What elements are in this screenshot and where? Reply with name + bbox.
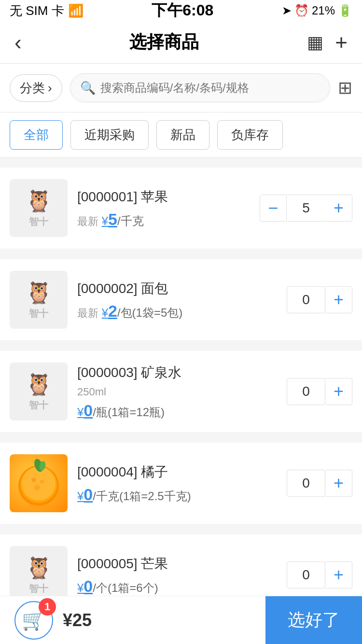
- cart-section: 🛒 1 ¥25: [0, 601, 265, 640]
- svg-point-3: [31, 477, 36, 482]
- tab-negative[interactable]: 负库存: [217, 120, 283, 150]
- qty-plus-button[interactable]: +: [325, 470, 352, 497]
- qty-plus-button[interactable]: +: [325, 561, 352, 588]
- qty-input[interactable]: [287, 286, 325, 313]
- tab-all[interactable]: 全部: [10, 120, 63, 150]
- price-unit: /千克(1箱=2.5千克): [93, 490, 191, 503]
- placeholder-logo: 🦉 智十: [26, 555, 52, 595]
- price-value: 2: [108, 302, 117, 320]
- qty-plus-button[interactable]: +: [325, 195, 352, 222]
- quantity-control: +: [287, 470, 352, 497]
- price-unit: /包(1袋=5包): [117, 306, 182, 319]
- cart-button[interactable]: 🛒 1: [14, 601, 53, 640]
- svg-point-2: [22, 467, 56, 501]
- product-thumbnail: 🦉 智十: [10, 179, 68, 237]
- category-chevron: ›: [48, 81, 52, 96]
- divider-top: [0, 158, 362, 168]
- product-price: ¥0/个(1箱=6个): [77, 577, 277, 596]
- cart-badge: 1: [39, 598, 56, 616]
- back-button[interactable]: ‹: [14, 30, 22, 55]
- list-item: 🦉 智十 [0000001] 苹果 最新 ¥5/千克 − +: [0, 168, 362, 249]
- product-info: [0000004] 橘子 ¥0/千克(1箱=2.5千克): [77, 463, 277, 504]
- price-value: 0: [84, 577, 93, 595]
- owl-icon: 🦉: [26, 188, 52, 213]
- quantity-control: − +: [260, 195, 352, 222]
- product-thumbnail: [10, 454, 68, 512]
- product-price: 最新 ¥2/包(1袋=5包): [77, 302, 277, 321]
- price-yen: ¥: [77, 490, 84, 503]
- owl-text: 智十: [29, 399, 48, 412]
- status-time: 下午6:08: [152, 0, 213, 21]
- battery-text: 21%: [312, 4, 335, 17]
- divider: [0, 433, 362, 443]
- svg-point-5: [34, 485, 40, 490]
- qty-minus-button[interactable]: −: [260, 195, 287, 222]
- quantity-control: +: [287, 286, 352, 313]
- product-info: [0000003] 矿泉水 250ml ¥0/瓶(1箱=12瓶): [77, 364, 277, 420]
- product-price: 最新 ¥5/千克: [77, 210, 250, 229]
- divider: [0, 341, 362, 351]
- status-right: ➤ ⏰ 21% 🔋: [282, 4, 352, 17]
- placeholder-logo: 🦉 智十: [26, 188, 52, 228]
- svg-point-4: [40, 480, 44, 484]
- price-value: 0: [84, 401, 93, 420]
- list-item: 🦉 智十 [0000002] 面包 最新 ¥2/包(1袋=5包) +: [0, 259, 362, 340]
- quantity-control: +: [287, 378, 352, 405]
- product-name: [0000002] 面包: [77, 280, 277, 298]
- list-item: 🦉 智十 [0000003] 矿泉水 250ml ¥0/瓶(1箱=12瓶) +: [0, 351, 362, 432]
- product-name: [0000001] 苹果: [77, 188, 250, 206]
- status-left: 无 SIM 卡 📶: [10, 2, 84, 19]
- tab-recent[interactable]: 近期采购: [70, 120, 149, 150]
- battery-icon: 🔋: [338, 4, 352, 17]
- owl-icon: 🦉: [26, 555, 52, 580]
- quantity-control: +: [287, 561, 352, 588]
- owl-icon: 🦉: [26, 280, 52, 305]
- search-icon: 🔍: [80, 81, 96, 96]
- price-label: 最新: [77, 307, 98, 319]
- search-input[interactable]: [100, 81, 320, 95]
- qty-input[interactable]: [287, 378, 325, 405]
- page-title: 选择商品: [129, 30, 199, 54]
- add-icon[interactable]: +: [335, 30, 348, 55]
- product-info: [0000005] 芒果 ¥0/个(1箱=6个): [77, 555, 277, 596]
- qty-input[interactable]: [287, 561, 325, 588]
- owl-text: 智十: [29, 215, 48, 228]
- price-yen: ¥: [102, 306, 108, 319]
- product-info: [0000001] 苹果 最新 ¥5/千克: [77, 188, 250, 229]
- price-value: 5: [108, 210, 117, 228]
- location-icon: ➤: [282, 4, 292, 17]
- wifi-icon: 📶: [68, 3, 84, 18]
- product-thumbnail: 🦉 智十: [10, 271, 68, 329]
- product-name: [0000003] 矿泉水: [77, 364, 277, 382]
- scan-icon[interactable]: ⊞: [338, 78, 352, 98]
- price-unit: /个(1箱=6个): [93, 581, 158, 594]
- placeholder-logo: 🦉 智十: [26, 372, 52, 412]
- qty-input[interactable]: [287, 195, 325, 222]
- placeholder-logo: 🦉 智十: [26, 280, 52, 320]
- price-unit: /瓶(1箱=12瓶): [93, 406, 165, 419]
- price-yen: ¥: [102, 214, 108, 227]
- divider: [0, 250, 362, 259]
- category-button[interactable]: 分类 ›: [10, 74, 62, 102]
- product-name: [0000005] 芒果: [77, 555, 277, 573]
- tabs-bar: 全部 近期采购 新品 负库存: [0, 112, 362, 158]
- confirm-button[interactable]: 选好了: [265, 596, 362, 644]
- price-yen: ¥: [77, 406, 84, 419]
- owl-text: 智十: [29, 582, 48, 595]
- category-label: 分类: [20, 80, 45, 97]
- cart-total: ¥25: [63, 610, 92, 630]
- product-name: [0000004] 橘子: [77, 463, 277, 481]
- sim-status: 无 SIM 卡: [10, 2, 64, 19]
- nav-icons: ▦ +: [307, 30, 348, 55]
- bottom-bar: 🛒 1 ¥25 选好了: [0, 596, 362, 644]
- list-item: [0000004] 橘子 ¥0/千克(1箱=2.5千克) +: [0, 443, 362, 524]
- tab-new[interactable]: 新品: [156, 120, 209, 150]
- product-spec: 250ml: [77, 386, 277, 398]
- divider: [0, 525, 362, 534]
- filter-icon[interactable]: ▦: [307, 32, 323, 53]
- qty-input[interactable]: [287, 470, 325, 497]
- qty-plus-button[interactable]: +: [325, 286, 352, 313]
- qty-plus-button[interactable]: +: [325, 378, 352, 405]
- owl-icon: 🦉: [26, 372, 52, 397]
- status-bar: 无 SIM 卡 📶 下午6:08 ➤ ⏰ 21% 🔋: [0, 0, 362, 21]
